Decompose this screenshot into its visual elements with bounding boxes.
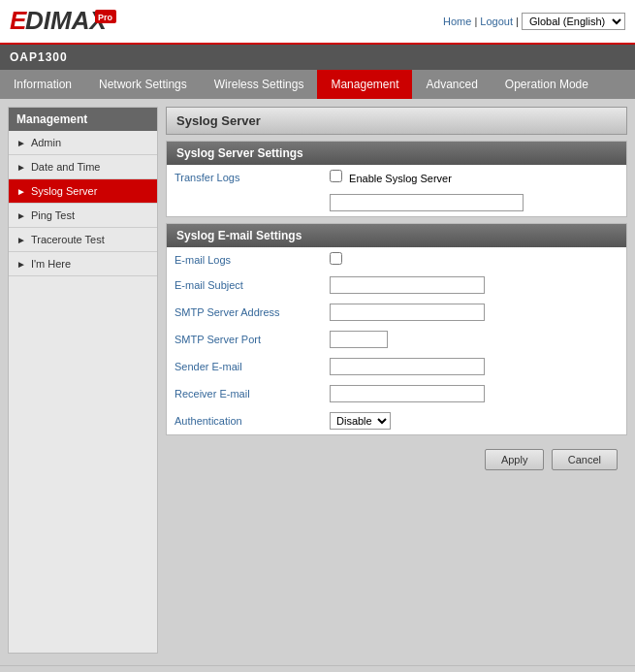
header-links: Home | Logout | Global (English) — [443, 13, 625, 30]
arrow-icon: ► — [16, 186, 26, 197]
syslog-email-header: Syslog E-mail Settings — [167, 224, 626, 247]
sender-email-row: Sender E-mail — [167, 353, 626, 380]
footer: Copyright 2017 © EDIMAX Technology Co., … — [0, 665, 635, 672]
receiver-email-row: Receiver E-mail — [167, 380, 626, 407]
smtp-port-input[interactable] — [330, 331, 388, 348]
email-logs-row: E-mail Logs — [167, 247, 626, 272]
smtp-server-label: SMTP Server Address — [167, 299, 322, 326]
apply-button[interactable]: Apply — [485, 449, 545, 470]
nav-information[interactable]: Information — [0, 70, 85, 99]
sidebar: Management ► Admin ► Date and Time ► Sys… — [8, 107, 158, 654]
authentication-row: Authentication Disable Enable — [167, 407, 626, 434]
sidebar-item-traceroute-test[interactable]: ► Traceroute Test — [9, 228, 157, 252]
transfer-logs-row: Transfer Logs Enable Syslog Server — [167, 165, 626, 189]
email-subject-label: E-mail Subject — [167, 272, 322, 299]
nav-operation-mode[interactable]: Operation Mode — [492, 70, 602, 99]
enable-syslog-label: Enable Syslog Server — [349, 173, 452, 184]
smtp-server-input[interactable] — [330, 304, 485, 321]
email-logs-checkbox[interactable] — [330, 252, 342, 265]
syslog-email-section: Syslog E-mail Settings E-mail Logs E-mai… — [166, 223, 627, 435]
sender-email-input[interactable] — [330, 358, 485, 375]
sidebar-item-ping-test[interactable]: ► Ping Test — [9, 204, 157, 228]
home-link[interactable]: Home — [443, 16, 471, 27]
cancel-button[interactable]: Cancel — [552, 449, 618, 470]
header: E DIMAX Pro Home | Logout | Global (Engl… — [0, 0, 635, 45]
arrow-icon: ► — [16, 235, 26, 245]
syslog-email-table: E-mail Logs E-mail Subject SMTP Server A… — [167, 247, 626, 434]
navbar: Information Network Settings Wireless Se… — [0, 70, 635, 99]
syslog-server-table: Transfer Logs Enable Syslog Server — [167, 165, 626, 216]
transfer-input-row — [167, 189, 626, 216]
transfer-logs-label: Transfer Logs — [167, 165, 322, 189]
nav-wireless-settings[interactable]: Wireless Settings — [201, 70, 318, 99]
device-name: OAP1300 — [10, 50, 68, 64]
arrow-icon: ► — [16, 162, 26, 173]
nav-management[interactable]: Management — [317, 70, 412, 99]
content-area: Syslog Server Syslog Server Settings Tra… — [166, 107, 627, 654]
sidebar-item-im-here[interactable]: ► I'm Here — [9, 252, 157, 276]
logout-link[interactable]: Logout — [480, 16, 513, 27]
main-layout: Management ► Admin ► Date and Time ► Sys… — [0, 99, 635, 661]
sidebar-item-admin[interactable]: ► Admin — [9, 131, 157, 155]
smtp-port-row: SMTP Server Port — [167, 326, 626, 353]
arrow-icon: ► — [16, 138, 26, 148]
email-subject-row: E-mail Subject — [167, 272, 626, 299]
receiver-email-label: Receiver E-mail — [167, 380, 322, 407]
enable-syslog-checkbox[interactable] — [330, 170, 342, 182]
nav-advanced[interactable]: Advanced — [412, 70, 491, 99]
syslog-server-section: Syslog Server Settings Transfer Logs Ena… — [166, 141, 627, 217]
page-title: Syslog Server — [166, 107, 627, 135]
logo-area: E DIMAX Pro — [10, 6, 116, 37]
edimax-logo: E DIMAX Pro — [10, 6, 116, 37]
button-row: Apply Cancel — [166, 441, 627, 478]
email-subject-input[interactable] — [330, 276, 485, 294]
sidebar-item-date-and-time[interactable]: ► Date and Time — [9, 155, 157, 179]
smtp-server-row: SMTP Server Address — [167, 299, 626, 326]
transfer-logs-input[interactable] — [330, 194, 524, 211]
smtp-port-label: SMTP Server Port — [167, 326, 322, 353]
authentication-select[interactable]: Disable Enable — [330, 412, 391, 430]
syslog-server-header: Syslog Server Settings — [167, 142, 626, 165]
email-logs-label: E-mail Logs — [167, 247, 322, 272]
sidebar-title: Management — [9, 108, 157, 131]
arrow-icon: ► — [16, 259, 26, 270]
sender-email-label: Sender E-mail — [167, 353, 322, 380]
receiver-email-input[interactable] — [330, 385, 485, 402]
device-bar: OAP1300 — [0, 45, 635, 70]
nav-network-settings[interactable]: Network Settings — [85, 70, 201, 99]
authentication-label: Authentication — [167, 407, 322, 434]
sidebar-item-syslog-server[interactable]: ► Syslog Server — [9, 179, 157, 204]
svg-text:Pro: Pro — [98, 13, 113, 22]
language-select[interactable]: Global (English) — [522, 13, 625, 30]
arrow-icon: ► — [16, 210, 26, 221]
